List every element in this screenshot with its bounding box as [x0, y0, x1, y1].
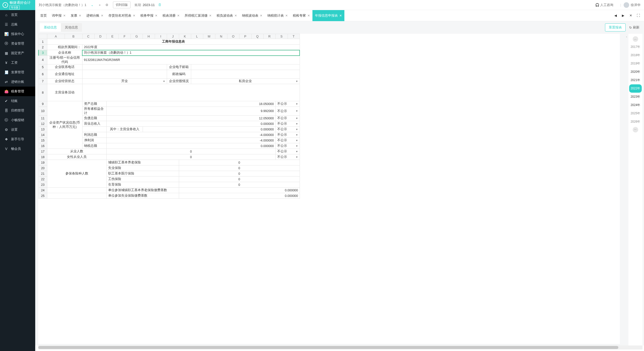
- col-header[interactable]: C: [82, 34, 94, 39]
- close-icon[interactable]: ✕: [234, 14, 237, 17]
- address-cell[interactable]: [82, 70, 167, 79]
- asset-value[interactable]: 0.000000: [106, 121, 275, 127]
- tab-9[interactable]: 纳税波动表✕: [239, 10, 265, 21]
- close-icon[interactable]: ✕: [209, 14, 212, 17]
- tab-2[interactable]: 发票✕: [68, 10, 84, 21]
- sidebar-item-asset[interactable]: ▦固定资产: [0, 48, 35, 58]
- col-header[interactable]: I: [155, 34, 167, 39]
- asset-value[interactable]: 18.050000: [106, 101, 275, 107]
- period-value[interactable]: 2023-11: [143, 3, 155, 7]
- tab-12[interactable]: 年报信息申报表✕: [312, 10, 344, 21]
- scrollbar-thumb[interactable]: [38, 346, 618, 349]
- tab-7[interactable]: 所得税汇算清缴✕: [182, 10, 214, 21]
- row-header[interactable]: 17: [38, 149, 47, 154]
- row-header[interactable]: 6: [38, 70, 47, 79]
- spreadsheet[interactable]: ABCDEFGHIJKLMNOPQRST1工商年报信息表2税款所属期间：2022…: [38, 34, 620, 344]
- close-icon[interactable]: ✕: [79, 14, 81, 17]
- row-header[interactable]: 1: [38, 39, 47, 45]
- uscc-value[interactable]: 91320811MA7NGR2W6R: [82, 56, 300, 64]
- row-header[interactable]: 14: [38, 132, 47, 138]
- row-header[interactable]: 9: [38, 101, 47, 107]
- col-header[interactable]: [38, 34, 47, 39]
- col-header[interactable]: F: [118, 34, 131, 39]
- col-header[interactable]: N: [215, 34, 227, 39]
- asset-value[interactable]: -4.000000: [106, 138, 275, 143]
- publicity-dropdown[interactable]: 不公示: [275, 138, 300, 143]
- tab-5[interactable]: 税务申报✕: [138, 10, 160, 21]
- calendar-icon[interactable]: 🗓: [158, 3, 162, 7]
- refresh-button[interactable]: ↻ 刷新: [629, 25, 639, 30]
- insurance-value[interactable]: 0: [179, 171, 300, 177]
- asset-value[interactable]: 9.992000: [106, 107, 275, 116]
- tab-6[interactable]: 税表清册✕: [160, 10, 182, 21]
- status-dropdown[interactable]: 开业: [82, 79, 167, 84]
- close-icon[interactable]: ✕: [133, 14, 135, 17]
- row-header[interactable]: 13: [38, 127, 47, 132]
- row-header[interactable]: 8: [38, 84, 47, 101]
- year-2019年[interactable]: 2019年: [629, 59, 642, 68]
- sidebar-item-settings[interactable]: ⚙设置: [0, 125, 35, 134]
- insurance-value[interactable]: 0: [179, 177, 300, 182]
- plus-icon[interactable]: ＋: [98, 3, 101, 7]
- phone-cell[interactable]: [82, 64, 167, 70]
- row-header[interactable]: 23: [38, 182, 47, 188]
- close-icon[interactable]: ✕: [260, 14, 262, 17]
- row-header[interactable]: 10: [38, 107, 47, 116]
- col-header[interactable]: J: [167, 34, 179, 39]
- year-up-icon[interactable]: ︿: [633, 36, 638, 42]
- close-icon[interactable]: ✕: [285, 14, 288, 17]
- username[interactable]: 徐泽华: [631, 3, 640, 7]
- row-header[interactable]: 4: [38, 56, 47, 64]
- publicity-dropdown[interactable]: 不公示: [275, 127, 300, 132]
- company-name-cell[interactable]: 刘小艳演示账套（勿删勿动！）1: [82, 50, 300, 56]
- base-value[interactable]: 0.000000: [179, 193, 300, 199]
- row-header[interactable]: 25: [38, 193, 47, 199]
- sidebar-item-ledger[interactable]: ☰总账: [0, 20, 35, 29]
- sidebar-item-vip[interactable]: V畅会员: [0, 144, 35, 154]
- col-header[interactable]: S: [275, 34, 288, 39]
- close-icon[interactable]: ✕: [307, 14, 310, 17]
- subtab-other[interactable]: 其他信息: [61, 23, 82, 32]
- row-header[interactable]: 20: [38, 165, 47, 171]
- main-biz-cell[interactable]: [82, 84, 300, 101]
- emp-value[interactable]: 0: [106, 154, 275, 160]
- publicity-dropdown[interactable]: 不公示: [275, 121, 300, 127]
- row-header[interactable]: 19: [38, 160, 47, 165]
- close-icon[interactable]: ✕: [155, 14, 157, 17]
- zip-cell[interactable]: [191, 70, 300, 79]
- tab-prev-icon[interactable]: ◀: [612, 12, 619, 19]
- row-header[interactable]: 12: [38, 121, 47, 127]
- sidebar-item-close[interactable]: ✔结账: [0, 96, 35, 106]
- col-header[interactable]: A: [47, 34, 65, 39]
- sidebar-item-archive[interactable]: 🗄归档管理: [0, 106, 35, 115]
- col-header[interactable]: M: [203, 34, 215, 39]
- sidebar-item-guide[interactable]: ❖新手引导: [0, 134, 35, 144]
- publicity-dropdown[interactable]: 不公示: [275, 132, 300, 138]
- year-down-icon[interactable]: ﹀: [633, 127, 638, 132]
- sidebar-item-fund[interactable]: Ⓡ资金管理: [0, 39, 35, 48]
- tab-4[interactable]: 存货别名对照表✕: [106, 10, 138, 21]
- col-header[interactable]: D: [94, 34, 106, 39]
- year-2026年[interactable]: 2026年: [629, 118, 642, 126]
- row-header[interactable]: 2: [38, 45, 47, 50]
- close-icon[interactable]: ✕: [339, 14, 342, 17]
- avatar[interactable]: [624, 2, 629, 8]
- year-2021年[interactable]: 2021年: [629, 76, 642, 84]
- col-header[interactable]: O: [227, 34, 239, 39]
- sidebar-item-invoice[interactable]: 🧾发票管理: [0, 67, 35, 77]
- chevron-down-icon[interactable]: ⌄: [91, 3, 94, 7]
- col-header[interactable]: E: [106, 34, 118, 39]
- asset-value[interactable]: 0.000000: [143, 127, 275, 132]
- publicity-dropdown[interactable]: 不公示: [275, 116, 300, 121]
- year-2025年[interactable]: 2025年: [629, 109, 642, 118]
- year-2020年[interactable]: 2020年: [629, 68, 642, 76]
- row-header[interactable]: 21: [38, 171, 47, 177]
- collapse-year-panel-icon[interactable]: ‹: [625, 34, 628, 345]
- row-header[interactable]: 18: [38, 154, 47, 160]
- account-selector[interactable]: 刘小艳演示账套（勿删勿动！）1: [39, 3, 86, 7]
- horizontal-scrollbar[interactable]: [38, 345, 642, 349]
- insurance-value[interactable]: 0: [179, 182, 300, 188]
- tab-8[interactable]: 税负波动表✕: [214, 10, 239, 21]
- tab-11[interactable]: 税检专家✕: [290, 10, 312, 21]
- year-2017年[interactable]: 2017年: [629, 43, 642, 51]
